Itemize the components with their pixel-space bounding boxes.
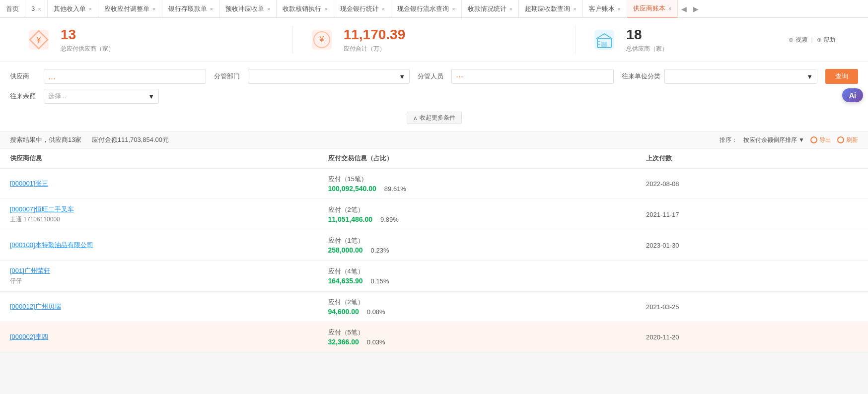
category-select[interactable]: ▼ [664,69,818,84]
video-link[interactable]: ⊙ 视频 [789,36,807,44]
lastpay-cell-5: 2021-03-25 [646,303,858,311]
person-dots: ··· [456,71,463,82]
nav-tab-advance-recv[interactable]: 预收冲应收单 × [219,0,277,18]
tx-row-2: 11,051,486.00 9.89% [328,215,647,223]
refresh-button[interactable]: 刷新 [837,136,858,144]
tx-label-2: 应付（2笔） [328,205,647,214]
nav-tab-bank-deposit[interactable]: 银行存取款单 × [162,0,219,18]
collapse-button[interactable]: ∧ 收起更多条件 [407,112,462,124]
close-icon[interactable]: × [509,6,512,12]
nav-tab-supplier-book[interactable]: 供应商账本 × [627,0,678,18]
supplier-link-3[interactable]: [000100]本特勤油品有限公司 [10,241,93,249]
nav-next-arrow[interactable]: ▶ [690,0,702,18]
close-icon[interactable]: × [210,6,213,12]
close-icon[interactable]: × [452,6,455,12]
close-icon[interactable]: × [324,6,327,12]
nav-tab-other-income-label: 其他收入单 [54,4,86,13]
person-input[interactable]: ··· [451,69,614,84]
payable-total-icon: ¥ [308,26,336,54]
close-icon[interactable]: × [152,6,155,12]
tx-amount-3: 258,000.00 [328,246,363,254]
supplier-link-1[interactable]: [000001]张三 [10,180,48,187]
tx-percent-4: 0.15% [371,277,389,285]
supplier-input[interactable]: ... [44,69,206,84]
tx-percent-2: 9.89% [380,216,399,223]
filter-area: 供应商 ... 分管部门 ▼ 分管人员 ··· 往来单位分类 ▼ [0,62,868,131]
nav-tab-recv-stat-label: 收款情况统计 [468,4,506,13]
last-pay-date-5: 2021-03-25 [646,303,679,311]
nav-tab-cash-bank-stat[interactable]: 现金银行统计 × [334,0,391,18]
nav-tab-overdue-recv[interactable]: 超期应收款查询 × [519,0,582,18]
nav-tab-home[interactable]: 首页 [0,0,25,18]
supplier-link-6[interactable]: [000002]李四 [10,333,48,340]
tx-cell-5: 应付（2笔） 94,600.00 0.08% [328,298,647,316]
filter-balance: 往来余额 选择... ▼ [10,89,159,104]
balance-placeholder: 选择... [48,92,67,101]
nav-tab-3[interactable]: 3 × [25,0,48,18]
nav-tab-bank-deposit-label: 银行存取款单 [168,4,207,13]
col-header-lastpay: 上次付数 [646,154,858,163]
close-icon[interactable]: × [267,6,270,12]
sort-arrow-icon: ▼ [798,136,804,143]
close-icon[interactable]: × [668,5,671,11]
table-row: [000007]恒旺二手叉车 王通 17106110000 应付（2笔） 11,… [0,199,868,230]
sort-select[interactable]: 按应付余额倒序排序 ▼ [743,136,804,144]
filter-category: 往来单位分类 ▼ [622,69,818,84]
table-row: [000012]广州贝瑞 应付（2笔） 94,600.00 0.08% 2021… [0,292,868,322]
search-button[interactable]: 查询 [825,69,858,84]
ai-button[interactable]: Ai [842,88,863,102]
nav-tab-home-label: 首页 [6,4,19,13]
payable-total-info: 11,170.39 应付合计（万） [344,26,406,54]
tx-label-4: 应付（4笔） [328,267,647,276]
refresh-label: 刷新 [846,136,858,144]
nav-tab-cash-bank-flow[interactable]: 现金银行流水查询 × [391,0,461,18]
table-row: [000001]张三 应付（15笔） 100,092,540.00 89.61%… [0,169,868,199]
filter-row-1: 供应商 ... 分管部门 ▼ 分管人员 ··· 往来单位分类 ▼ [10,69,858,84]
close-icon[interactable]: × [573,6,576,12]
payable-suppliers-info: 13 总应付供应商（家） [61,26,114,54]
lastpay-cell-2: 2021-11-17 [646,211,858,218]
top-navigation: 首页 3 × 其他收入单 × 应收应付调整单 × 银行存取款单 × 预收冲应收单… [0,0,868,18]
nav-tab-customer-book[interactable]: 客户账本 × [583,0,627,18]
collapse-bar: ∧ 收起更多条件 [10,109,858,127]
dept-select[interactable]: ▼ [248,69,410,84]
tx-label-3: 应付（1笔） [328,236,647,245]
lastpay-cell-3: 2023-01-30 [646,242,858,249]
result-text: 搜索结果中，供应商13家 [10,136,81,143]
nav-tab-other-income[interactable]: 其他收入单 × [48,0,98,18]
total-suppliers-label: 总供应商（家） [626,45,668,53]
supplier-cell-3: [000100]本特勤油品有限公司 [10,241,328,250]
last-pay-date-3: 2023-01-30 [646,242,679,249]
supplier-dots: ... [48,71,56,82]
supplier-link-4[interactable]: [001]广州荣轩 [10,267,50,274]
supplier-link-5[interactable]: [000012]广州贝瑞 [10,303,61,310]
tx-label-5: 应付（2笔） [328,298,647,307]
table-row: [000100]本特勤油品有限公司 应付（1笔） 258,000.00 0.23… [0,230,868,261]
close-icon[interactable]: × [382,6,385,12]
balance-arrow-icon: ▼ [148,93,154,100]
supplier-link-2[interactable]: [000007]恒旺二手叉车 [10,205,74,213]
filter-dept: 分管部门 ▼ [214,69,410,84]
table-header: 供应商信息 应付交易信息（占比） 上次付数 [0,149,868,169]
balance-label: 往来余额 [10,92,40,101]
close-icon[interactable]: × [618,6,621,12]
nav-tab-recv-stat[interactable]: 收款情况统计 × [462,0,519,18]
balance-select[interactable]: 选择... ▼ [44,89,159,104]
tx-amount-4: 164,635.90 [328,277,363,285]
collapse-icon: ∧ [413,115,418,122]
nav-tab-recv-verify[interactable]: 收款核销执行 × [277,0,334,18]
help-link[interactable]: ⊙ 帮助 [817,36,835,44]
col-header-supplier: 供应商信息 [10,154,328,163]
export-button[interactable]: 导出 [810,136,831,144]
supplier-sub-4: 仔仔 [10,277,328,285]
nav-tab-ar-ap-adj[interactable]: 应收应付调整单 × [98,0,162,18]
nav-prev-arrow[interactable]: ◀ [678,0,690,18]
category-arrow-icon: ▼ [806,73,813,80]
tx-amount-2: 11,051,486.00 [328,215,373,223]
payable-total-number: 11,170.39 [344,26,406,43]
close-icon[interactable]: × [89,6,92,12]
close-icon[interactable]: × [38,6,41,12]
nav-tab-cash-bank-flow-label: 现金银行流水查询 [397,4,449,13]
sort-value-text: 按应付余额倒序排序 [743,136,797,144]
tx-row-1: 100,092,540.00 89.61% [328,185,647,193]
